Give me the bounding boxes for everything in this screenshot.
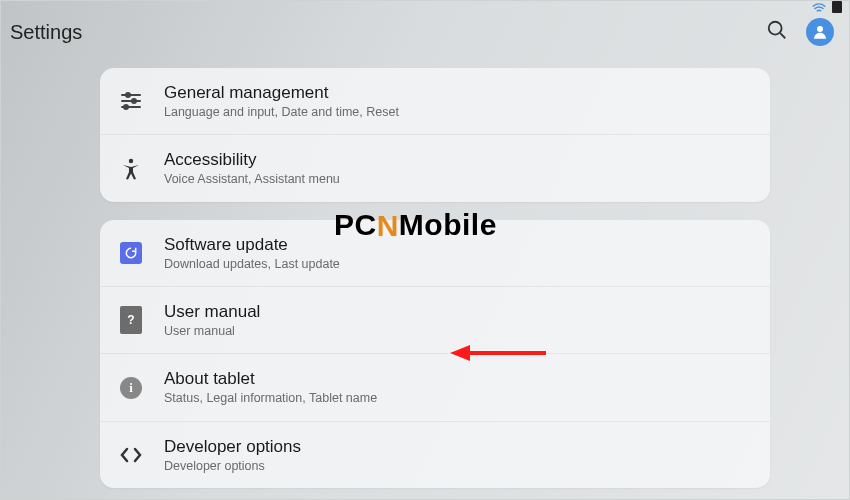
battery-icon <box>832 1 842 13</box>
update-icon <box>116 238 146 268</box>
svg-point-8 <box>124 105 128 109</box>
item-title: General management <box>164 82 399 104</box>
wifi-icon <box>812 1 826 13</box>
watermark: PCNMobile <box>334 208 497 242</box>
sliders-icon <box>116 86 146 116</box>
svg-point-6 <box>132 99 136 103</box>
item-subtitle: Developer options <box>164 458 301 474</box>
page-title: Settings <box>10 21 82 44</box>
svg-point-2 <box>817 26 823 32</box>
search-icon[interactable] <box>766 19 788 45</box>
svg-point-0 <box>769 22 782 35</box>
settings-list: General management Language and input, D… <box>100 68 770 478</box>
item-title: Accessibility <box>164 149 340 171</box>
item-developer-options[interactable]: Developer options Developer options <box>100 421 770 488</box>
annotation-arrow-icon <box>448 342 548 364</box>
watermark-accent: N <box>377 209 399 243</box>
accessibility-icon <box>116 154 146 184</box>
watermark-right: Mobile <box>399 208 497 242</box>
item-subtitle: Status, Legal information, Tablet name <box>164 390 377 406</box>
item-accessibility[interactable]: Accessibility Voice Assistant, Assistant… <box>100 134 770 201</box>
code-icon <box>116 440 146 470</box>
item-user-manual[interactable]: ? User manual User manual <box>100 286 770 353</box>
svg-marker-11 <box>450 345 470 361</box>
item-title: Software update <box>164 234 340 256</box>
settings-group: Software update Download updates, Last u… <box>100 220 770 488</box>
header: Settings <box>10 14 840 50</box>
item-general-management[interactable]: General management Language and input, D… <box>100 68 770 134</box>
info-icon: i <box>116 373 146 403</box>
item-title: About tablet <box>164 368 377 390</box>
watermark-left: PC <box>334 208 377 242</box>
book-icon: ? <box>116 305 146 335</box>
item-title: User manual <box>164 301 260 323</box>
svg-point-4 <box>126 93 130 97</box>
profile-avatar[interactable] <box>806 18 834 46</box>
item-subtitle: Voice Assistant, Assistant menu <box>164 171 340 187</box>
svg-point-9 <box>129 158 133 162</box>
header-actions <box>766 18 840 46</box>
item-title: Developer options <box>164 436 301 458</box>
item-subtitle: Language and input, Date and time, Reset <box>164 104 399 120</box>
item-subtitle: User manual <box>164 323 260 339</box>
settings-group: General management Language and input, D… <box>100 68 770 202</box>
item-subtitle: Download updates, Last update <box>164 256 340 272</box>
item-about-tablet[interactable]: i About tablet Status, Legal information… <box>100 353 770 420</box>
status-bar <box>812 0 850 14</box>
svg-line-1 <box>780 33 785 38</box>
